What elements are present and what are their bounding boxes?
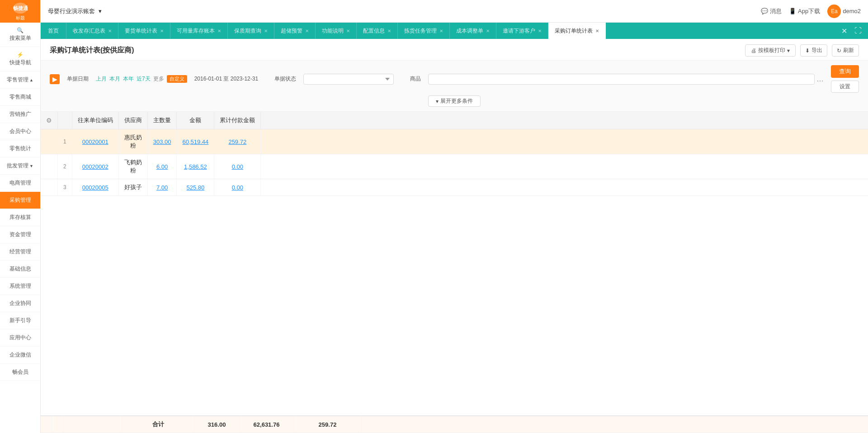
export-button[interactable]: ⬇ 导出 — [800, 44, 827, 57]
app-download-button[interactable]: 📱 App下载 — [789, 7, 820, 15]
amount-link[interactable]: 1,586.52 — [184, 163, 207, 170]
message-button[interactable]: 💬 消息 — [761, 7, 782, 15]
sidebar-item-app-center[interactable]: 应用中心 — [0, 329, 40, 347]
footer-table: 合计 316.00 62,631.76 259.72 — [41, 416, 868, 433]
row-settings-cell — [41, 154, 58, 179]
sidebar-item-purchase[interactable]: 采购管理 — [0, 192, 40, 209]
sidebar-item-search[interactable]: 🔍 搜索菜单 — [0, 23, 40, 47]
sidebar-item-enterprise-wx[interactable]: 企业微信 — [0, 347, 40, 364]
tab-close-icon[interactable]: ✕ — [486, 29, 490, 33]
tab-function-desc[interactable]: 功能说明 ✕ — [316, 23, 357, 39]
tab-overstock-warning[interactable]: 超储预警 ✕ — [274, 23, 316, 39]
tab-close-icon[interactable]: ✕ — [346, 29, 350, 33]
close-tab-button[interactable]: ✕ — [839, 26, 850, 36]
tab-close-icon[interactable]: ✕ — [160, 29, 164, 33]
sidebar-item-label: 资金管理 — [9, 231, 31, 238]
tab-close-icon[interactable]: ✕ — [538, 29, 542, 33]
sidebar-item-newbie[interactable]: 新手引导 — [0, 312, 40, 329]
shortcut-last-month[interactable]: 上月 — [96, 75, 107, 83]
sidebar-item-label: 采购管理 — [9, 196, 31, 204]
sidebar-item-retail-stats[interactable]: 零售统计 — [0, 140, 40, 157]
query-button[interactable]: 查询 — [831, 65, 859, 78]
code-link[interactable]: 00020002 — [82, 163, 108, 170]
qty-link[interactable]: 303.00 — [153, 138, 171, 145]
sidebar-item-quick-nav[interactable]: ⚡ 快捷导航 — [0, 47, 40, 71]
tab-close-icon[interactable]: ✕ — [108, 29, 112, 33]
sidebar-item-finance[interactable]: 资金管理 — [0, 226, 40, 243]
amount-link[interactable]: 525.80 — [186, 184, 204, 191]
row-paid: 0.00 — [214, 179, 261, 196]
amount-link[interactable]: 60,519.44 — [182, 138, 208, 145]
paid-link[interactable]: 259.72 — [228, 138, 246, 145]
tab-receive-summary[interactable]: 收发存汇总表 ✕ — [66, 23, 118, 39]
sidebar-item-label: 系统管理 — [9, 282, 31, 290]
maximize-button[interactable]: ⛶ — [852, 26, 864, 36]
status-filter-select[interactable] — [303, 74, 394, 85]
workspace-selector[interactable]: 母婴行业演示账套 ▾ — [48, 7, 102, 15]
paid-link[interactable]: 0.00 — [232, 184, 243, 191]
tab-config-info[interactable]: 配置信息 ✕ — [357, 23, 398, 39]
print-button[interactable]: 🖨 按模板打印 ▾ — [745, 44, 796, 57]
tab-pick-task[interactable]: 拣货任务管理 ✕ — [398, 23, 450, 39]
sidebar-item-retail-mall[interactable]: 零售商城 — [0, 89, 40, 106]
footer-settings-cell — [41, 416, 52, 433]
shortcut-this-year[interactable]: 本年 — [123, 75, 134, 83]
tab-shelf-life[interactable]: 保质期查询 ✕ — [228, 23, 274, 39]
gear-icon[interactable]: ⚙ — [46, 117, 52, 124]
dropdown-icon: ▾ — [99, 8, 102, 14]
col-settings[interactable]: ⚙ — [41, 112, 58, 129]
tab-order-summary[interactable]: 要货单统计表 ✕ — [118, 23, 170, 39]
filter-area: ▶ 单据日期 上月 本月 本年 近7天 更多 自定义 2016-01-01 至 … — [41, 61, 868, 112]
expand-more-row: ▾ 展开更多条件 — [50, 95, 859, 107]
table-header-row: ⚙ 往来单位编码 供应商 主数量 金额 累计付款金额 — [41, 112, 868, 129]
code-link[interactable]: 00020005 — [82, 184, 108, 191]
app-logo[interactable]: 畅捷通 标题 — [0, 0, 40, 23]
col-qty: 主数量 — [147, 112, 177, 129]
sidebar-item-retail[interactable]: 零售管理▲ — [0, 71, 40, 89]
shortcut-this-month[interactable]: 本月 — [109, 75, 120, 83]
sidebar-item-operations[interactable]: 经营管理 — [0, 243, 40, 261]
shortcut-7days[interactable]: 近7天 — [137, 75, 151, 83]
user-menu[interactable]: Ea demo2 — [827, 5, 861, 18]
filter-toggle-button[interactable]: ▶ — [50, 74, 60, 84]
tab-cost-adjust[interactable]: 成本调整单 ✕ — [450, 23, 496, 39]
tab-label: 配置信息 — [363, 27, 385, 35]
row-paid: 259.72 — [214, 129, 261, 154]
tab-close-icon[interactable]: ✕ — [217, 29, 221, 33]
query-actions: 查询 设置 — [831, 65, 859, 93]
tab-close-icon[interactable]: ✕ — [595, 29, 599, 33]
shortcut-more[interactable]: 更多 — [153, 75, 164, 83]
sidebar-item-marketing[interactable]: 营销推广 — [0, 106, 40, 123]
sidebar-item-wholesale[interactable]: 批发管理▼ — [0, 157, 40, 175]
sidebar-item-ecommerce[interactable]: 电商管理 — [0, 175, 40, 192]
qty-link[interactable]: 6.00 — [156, 163, 168, 170]
footer-code-cell — [63, 416, 122, 433]
code-link[interactable]: 00020001 — [82, 138, 108, 145]
tab-close-icon[interactable]: ✕ — [439, 29, 443, 33]
paid-link[interactable]: 0.00 — [232, 163, 243, 170]
tab-home[interactable]: 首页 — [41, 23, 66, 39]
goods-more-icon[interactable]: … — [816, 75, 824, 83]
tab-purchase-summary[interactable]: 采购订单统计表 ✕ — [548, 23, 606, 39]
date-shortcuts: 上月 本月 本年 近7天 更多 自定义 — [96, 75, 187, 83]
tab-available-stock[interactable]: 可用量库存账本 ✕ — [170, 23, 228, 39]
qty-link[interactable]: 7.00 — [156, 184, 168, 191]
sidebar-item-enterprise[interactable]: 企业协同 — [0, 295, 40, 312]
sidebar-item-inventory[interactable]: 库存核算 — [0, 209, 40, 226]
goods-filter-input[interactable] — [428, 74, 815, 85]
tab-close-icon[interactable]: ✕ — [387, 29, 391, 33]
tab-close-icon[interactable]: ✕ — [264, 29, 268, 33]
logo-text: 标题 — [16, 15, 25, 21]
refresh-button[interactable]: ↻ 刷新 — [832, 44, 859, 57]
sidebar-item-sys-mgmt[interactable]: 系统管理 — [0, 278, 40, 295]
sidebar-item-basic-info[interactable]: 基础信息 — [0, 261, 40, 278]
custom-date-badge[interactable]: 自定义 — [167, 75, 187, 83]
tab-invite-downstream[interactable]: 邀请下游客户 ✕ — [496, 23, 548, 39]
settings-button[interactable]: 设置 — [831, 81, 859, 93]
sidebar-item-member[interactable]: 会员中心 — [0, 123, 40, 140]
sidebar-item-member2[interactable]: 畅会员 — [0, 364, 40, 381]
expand-more-label: 展开更多条件 — [440, 97, 473, 105]
expand-more-button[interactable]: ▾ 展开更多条件 — [428, 95, 481, 107]
col-extra — [261, 112, 868, 129]
tab-close-icon[interactable]: ✕ — [305, 29, 309, 33]
